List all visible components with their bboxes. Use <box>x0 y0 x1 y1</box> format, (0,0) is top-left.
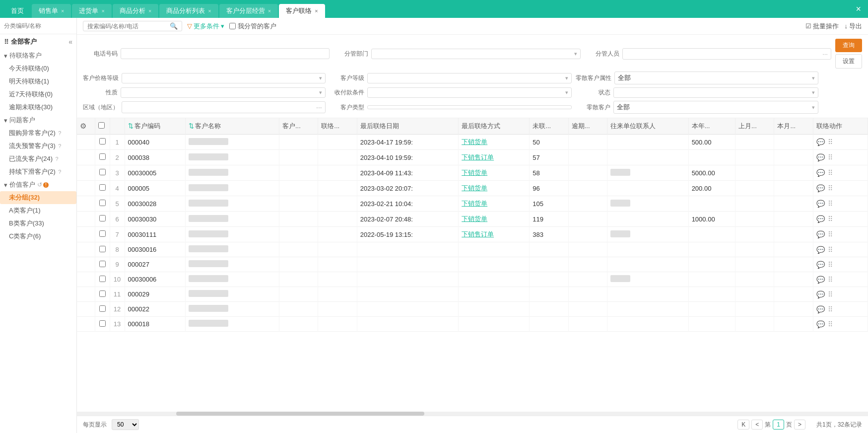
tab-purchase[interactable]: 进货单 × <box>72 4 111 18</box>
last-method-link[interactable]: 下销货单 <box>462 169 487 176</box>
sidebar-item-tomorrow-pending[interactable]: 明天待联络(1) <box>0 75 76 88</box>
status-select[interactable]: ▾ <box>613 87 818 98</box>
sort-icon[interactable]: ⇅ <box>128 122 134 130</box>
reset-button[interactable]: 设置 <box>835 54 862 69</box>
sidebar-item-churn-warning[interactable]: 流失预警客户(3) ? <box>0 140 76 152</box>
sidebar-item-7days-pending[interactable]: 近7天待联络(0) <box>0 88 76 101</box>
sidebar-item-churned[interactable]: 已流失客户(24) ? <box>0 152 76 165</box>
close-all-tabs-button[interactable]: × <box>853 4 864 14</box>
chat-icon[interactable]: 💬 <box>816 305 825 313</box>
chat-icon[interactable]: 💬 <box>816 215 825 223</box>
filter-search-icon[interactable]: 🔍 <box>170 22 178 30</box>
row-checkbox[interactable] <box>99 276 106 282</box>
manager-select[interactable]: ··· <box>622 48 831 60</box>
price-level-select[interactable]: ▾ <box>122 73 326 83</box>
row-checkbox[interactable] <box>99 230 106 237</box>
more-actions-icon[interactable]: ⠿ <box>828 184 833 192</box>
last-method-link[interactable]: 下销售订单 <box>462 153 494 161</box>
tab-home[interactable]: 首页 <box>4 4 31 18</box>
scroll-thumb[interactable] <box>176 412 424 416</box>
sidebar-group-problem[interactable]: ▾ 问题客户 <box>0 114 76 127</box>
tab-customer-contact[interactable]: 客户联络 × <box>279 4 325 18</box>
tab-sales[interactable]: 销售单 × <box>32 4 71 18</box>
sidebar-item-overdue-pending[interactable]: 逾期未联络(30) <box>0 101 76 114</box>
more-actions-icon[interactable]: ⠿ <box>828 246 833 254</box>
chat-icon[interactable]: 💬 <box>816 138 825 146</box>
chat-icon[interactable]: 💬 <box>816 230 825 238</box>
sidebar-item-declining[interactable]: 持续下滑客户(2) ? <box>0 165 76 178</box>
sidebar-item-c-type[interactable]: C类客户(6) <box>0 230 76 243</box>
per-page-select[interactable]: 50 100 200 <box>112 419 139 430</box>
chat-icon[interactable]: 💬 <box>816 261 825 269</box>
row-checkbox[interactable] <box>99 261 106 267</box>
last-method-link[interactable]: 下销货单 <box>462 138 487 145</box>
tab-goods-analysis-list[interactable]: 商品分析列表 × <box>159 4 218 18</box>
last-method-link[interactable]: 下销货单 <box>462 200 487 207</box>
more-actions-icon[interactable]: ⠿ <box>828 138 833 146</box>
more-actions-icon[interactable]: ⠿ <box>828 261 833 269</box>
sidebar-group-value[interactable]: ▾ 价值客户 ↺ ! <box>0 178 76 191</box>
sidebar-item-ungroup[interactable]: 未分组(32) <box>0 191 76 204</box>
prev-page-button[interactable]: < <box>751 420 763 430</box>
select-all-checkbox[interactable] <box>98 122 105 129</box>
close-goods-analysis-list-icon[interactable]: × <box>208 8 211 14</box>
more-actions-icon[interactable]: ⠿ <box>828 153 833 161</box>
row-checkbox[interactable] <box>99 290 106 297</box>
more-actions-icon[interactable]: ⠿ <box>828 200 833 208</box>
chat-icon[interactable]: 💬 <box>816 200 825 208</box>
tab-customer-segment[interactable]: 客户分层经营 × <box>219 4 278 18</box>
more-actions-icon[interactable]: ⠿ <box>828 215 833 223</box>
sidebar-all-customers[interactable]: ⠿ 全部客户 « <box>0 34 76 49</box>
collapse-icon[interactable]: « <box>68 38 72 46</box>
batch-operation-button[interactable]: ☑ 批量操作 <box>805 22 839 31</box>
more-actions-icon[interactable]: ⠿ <box>828 276 833 284</box>
dept-select[interactable]: ▾ <box>371 49 580 59</box>
row-checkbox[interactable] <box>99 305 106 312</box>
export-button[interactable]: ↓ 导出 <box>845 22 863 31</box>
last-method-link[interactable]: 下销售订单 <box>462 230 494 238</box>
more-actions-icon[interactable]: ⠿ <box>828 320 833 328</box>
customer-type-select[interactable] <box>367 105 572 109</box>
more-actions-icon[interactable]: ⠿ <box>828 305 833 313</box>
row-checkbox[interactable] <box>99 138 106 144</box>
last-method-link[interactable]: 下销货单 <box>462 215 487 222</box>
close-customer-contact-icon[interactable]: × <box>315 8 318 14</box>
scatter-attr-select[interactable]: 全部 ▾ <box>614 72 818 84</box>
row-checkbox[interactable] <box>99 320 106 327</box>
nature-select[interactable]: ▾ <box>121 87 326 98</box>
region-select[interactable]: ··· <box>122 101 326 113</box>
more-actions-icon[interactable]: ⠿ <box>828 169 833 177</box>
payment-select[interactable]: ▾ <box>367 87 572 98</box>
sidebar-item-b-type[interactable]: B类客户(33) <box>0 217 76 230</box>
sort-name-icon[interactable]: ⇅ <box>189 122 194 130</box>
chat-icon[interactable]: 💬 <box>816 246 825 254</box>
row-checkbox[interactable] <box>99 246 106 252</box>
first-page-button[interactable]: K <box>737 420 749 430</box>
chat-icon[interactable]: 💬 <box>816 290 825 298</box>
row-checkbox[interactable] <box>99 200 106 206</box>
more-filter-button[interactable]: ▽ 更多条件 ▾ <box>187 22 224 31</box>
row-checkbox[interactable] <box>99 153 106 160</box>
close-purchase-icon[interactable]: × <box>101 8 104 14</box>
last-method-link[interactable]: 下销货单 <box>462 184 487 192</box>
settings-icon[interactable]: ⚙ <box>80 122 86 130</box>
refresh-icon[interactable]: ↺ <box>37 181 42 188</box>
scatter-customer-select[interactable]: 全部 ▾ <box>613 101 818 114</box>
chat-icon[interactable]: 💬 <box>816 276 825 284</box>
horizontal-scrollbar[interactable] <box>77 412 868 416</box>
sidebar-search-input[interactable] <box>4 22 77 29</box>
phone-input[interactable] <box>121 48 330 59</box>
query-button[interactable]: 查询 <box>835 39 862 52</box>
close-customer-segment-icon[interactable]: × <box>268 8 271 14</box>
sidebar-item-today-pending[interactable]: 今天待联络(0) <box>0 62 76 75</box>
filter-search-input[interactable] <box>87 23 168 30</box>
close-goods-analysis-icon[interactable]: × <box>148 8 151 14</box>
customer-level-select[interactable]: ▾ <box>367 73 572 83</box>
tab-goods-analysis[interactable]: 商品分析 × <box>113 4 158 18</box>
my-customer-checkbox[interactable] <box>229 23 236 29</box>
chat-icon[interactable]: 💬 <box>816 320 825 328</box>
chat-icon[interactable]: 💬 <box>816 169 825 177</box>
sidebar-item-abnormal[interactable]: 囤购异常客户(2) ? <box>0 127 76 140</box>
sidebar-item-a-type[interactable]: A类客户(1) <box>0 204 76 217</box>
settings-column-header[interactable]: ⚙ <box>77 118 95 135</box>
